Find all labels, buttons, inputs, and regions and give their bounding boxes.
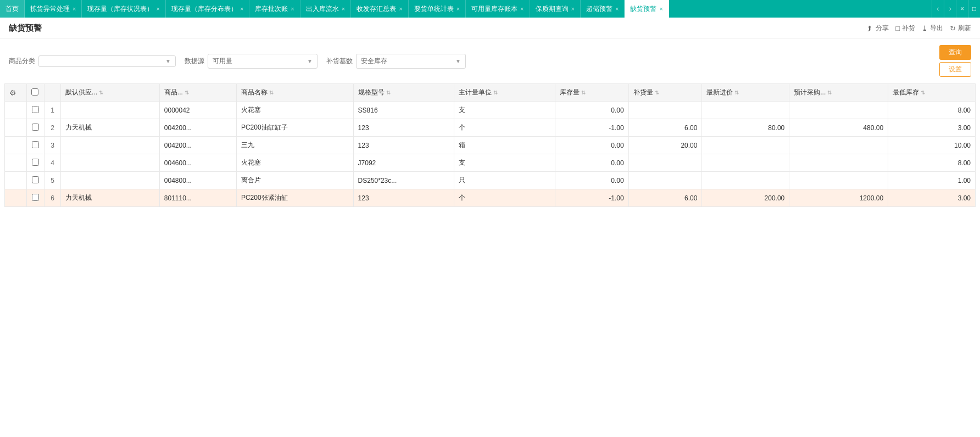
select-all-checkbox[interactable] — [31, 88, 38, 96]
close-tab-inventory-dist[interactable]: × — [240, 5, 243, 12]
th-stock[interactable]: 库存量 ⇅ — [555, 84, 628, 102]
row-checkbox-3[interactable] — [32, 159, 39, 166]
row-checkbox-0[interactable] — [32, 106, 39, 113]
main-content: 缺货预警 ⮭ 分享 □ 补货 ⤓ 导出 ↻ 刷新 商品分类 — [0, 18, 980, 437]
td-replenish-qty-3 — [628, 154, 702, 172]
query-button[interactable]: 查询 — [939, 45, 971, 60]
nav-tab-demand[interactable]: 要货单统计表 × — [409, 0, 466, 18]
nav-tab-collect[interactable]: 收发存汇总表 × — [351, 0, 408, 18]
td-settings-1 — [5, 119, 27, 137]
td-settings-4 — [5, 172, 27, 189]
th-product-code[interactable]: 商品... ⇅ — [159, 84, 236, 102]
td-spec-4: DS250*23c... — [353, 172, 454, 189]
refresh-button[interactable]: ↻ 刷新 — [950, 24, 971, 33]
row-checkbox-2[interactable] — [32, 141, 39, 148]
td-name-3: 火花塞 — [236, 154, 353, 172]
row-checkbox-4[interactable] — [32, 176, 39, 183]
td-replenish-qty-1: 6.00 — [628, 119, 702, 137]
td-checkbox-2 — [27, 137, 44, 154]
nav-tab-overstock[interactable]: 超储预警 × — [581, 0, 625, 18]
settings-button[interactable]: 设置 — [939, 62, 971, 77]
row-checkbox-1[interactable] — [32, 124, 39, 131]
close-tab-abnormal[interactable]: × — [73, 5, 76, 12]
close-tab-available[interactable]: × — [520, 5, 524, 12]
td-checkbox-4 — [27, 172, 44, 189]
td-num-0: 1 — [44, 102, 61, 119]
th-default-supplier-sort: ⇅ — [99, 89, 103, 96]
th-unit-sort: ⇅ — [493, 89, 498, 96]
nav-tab-home[interactable]: 首页 — [0, 0, 25, 18]
nav-arrow-right[interactable]: › — [944, 0, 956, 18]
nav-tab-inventory-status[interactable]: 现存量（库存状况表） × — [82, 0, 165, 18]
td-supplier-0 — [61, 102, 160, 119]
replenish-base-select[interactable]: 安全库存 ▼ — [356, 54, 466, 69]
close-tab-demand[interactable]: × — [456, 5, 460, 12]
th-default-supplier[interactable]: 默认供应... ⇅ — [61, 84, 160, 102]
th-spec-label: 规格型号 — [358, 88, 385, 97]
replenish-base-value: 安全库存 — [361, 57, 387, 66]
table-row: 4 004600... 火花塞 J7092 支 0.00 8.00 — [5, 154, 976, 172]
td-min-stock-5: 3.00 — [888, 189, 976, 207]
td-spec-3: J7092 — [353, 154, 454, 172]
nav-tab-expiry[interactable]: 保质期查询 × — [530, 0, 581, 18]
nav-tab-shortage[interactable]: 缺货预警 × — [625, 0, 669, 18]
th-product-name[interactable]: 商品名称 ⇅ — [236, 84, 353, 102]
th-replenish-qty[interactable]: 补货量 ⇅ — [628, 84, 702, 102]
table-row: 1 0000042 火花塞 SS816 支 0.00 8.00 — [5, 102, 976, 119]
td-spec-2: 123 — [353, 137, 454, 154]
td-unit-2: 箱 — [454, 137, 555, 154]
td-settings-5 — [5, 189, 27, 207]
td-stock-5: -1.00 — [555, 189, 628, 207]
replenish-button[interactable]: □ 补货 — [895, 24, 915, 33]
td-replenish-qty-4 — [628, 172, 702, 189]
td-latest-price-1: 80.00 — [702, 119, 789, 137]
th-unit[interactable]: 主计量单位 ⇅ — [454, 84, 555, 102]
nav-tab-available[interactable]: 可用量库存账本 × — [466, 0, 530, 18]
nav-tab-batch[interactable]: 库存批次账 × — [249, 0, 300, 18]
td-stock-1: -1.00 — [555, 119, 628, 137]
export-button[interactable]: ⤓ 导出 — [922, 24, 943, 33]
column-settings-icon[interactable]: ⚙ — [9, 88, 16, 97]
th-product-code-sort: ⇅ — [185, 89, 189, 96]
td-supplier-3 — [61, 154, 160, 172]
replenish-base-dropdown-arrow: ▼ — [455, 58, 461, 64]
share-icon: ⮭ — [866, 24, 873, 32]
td-replenish-qty-5: 6.00 — [628, 189, 702, 207]
td-spec-5: 123 — [353, 189, 454, 207]
close-tab-overstock[interactable]: × — [615, 5, 619, 12]
category-select[interactable]: ▼ — [38, 55, 176, 67]
nav-tab-inventory-dist[interactable]: 现存量（库存分布表） × — [166, 0, 249, 18]
nav-controls: ‹ › × □ — [932, 0, 980, 18]
table-header-row: ⚙ 默认供应... ⇅ 商品... — [5, 84, 976, 102]
close-tab-batch[interactable]: × — [291, 5, 294, 12]
table-row: 2 力天机械 004200... PC200油缸缸子 123 个 -1.00 6… — [5, 119, 976, 137]
td-latest-price-3 — [702, 154, 789, 172]
td-stock-4: 0.00 — [555, 172, 628, 189]
row-checkbox-5[interactable] — [32, 194, 39, 201]
share-button[interactable]: ⮭ 分享 — [866, 24, 889, 33]
nav-arrow-left[interactable]: ‹ — [932, 0, 944, 18]
nav-tab-flow[interactable]: 出入库流水 × — [300, 0, 351, 18]
td-spec-1: 123 — [353, 119, 454, 137]
th-latest-price[interactable]: 最新进价 ⇅ — [702, 84, 789, 102]
table-row: 3 004200... 三九 123 箱 0.00 20.00 10.00 — [5, 137, 976, 154]
td-name-1: PC200油缸缸子 — [236, 119, 353, 137]
filter-row: 商品分类 ▼ 数据源 可用量 ▼ 补货基数 安全库存 ▼ 查询 设置 — [0, 38, 980, 83]
th-spec[interactable]: 规格型号 ⇅ — [353, 84, 454, 102]
td-min-stock-3: 8.00 — [888, 154, 976, 172]
close-tab-flow[interactable]: × — [342, 5, 345, 12]
close-tab-shortage[interactable]: × — [659, 5, 662, 12]
th-latest-price-sort: ⇅ — [734, 89, 739, 96]
td-unit-3: 支 — [454, 154, 555, 172]
th-estimated-purchase[interactable]: 预计采购... ⇅ — [789, 84, 888, 102]
td-num-5: 6 — [44, 189, 61, 207]
close-tab-expiry[interactable]: × — [571, 5, 575, 12]
nav-restore[interactable]: □ — [968, 0, 980, 18]
nav-tab-abnormal[interactable]: 拣货异常处理 × — [25, 0, 82, 18]
th-min-stock[interactable]: 最低库存 ⇅ — [888, 84, 976, 102]
close-tab-inventory-status[interactable]: × — [156, 5, 159, 12]
datasource-select[interactable]: 可用量 ▼ — [208, 54, 318, 69]
nav-close-all[interactable]: × — [956, 0, 968, 18]
close-tab-collect[interactable]: × — [399, 5, 402, 12]
th-latest-price-label: 最新进价 — [706, 88, 733, 97]
